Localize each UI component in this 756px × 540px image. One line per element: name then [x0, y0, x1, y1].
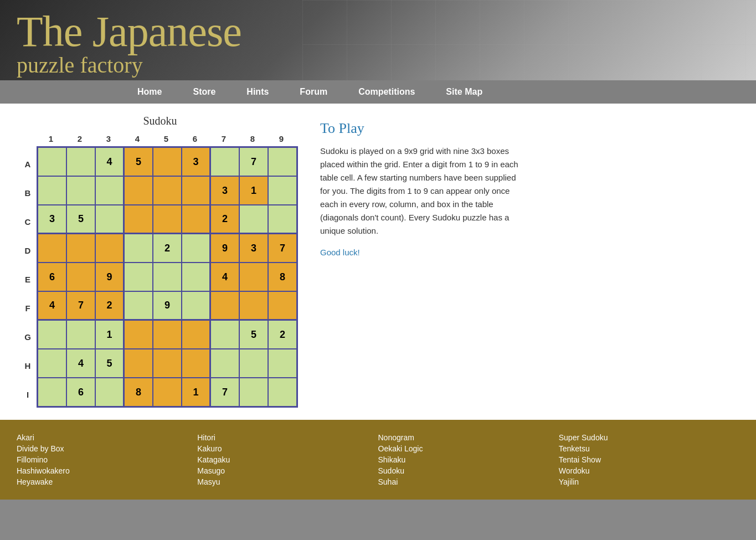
- cell-r1-c2[interactable]: [66, 147, 95, 176]
- cell-r1-c5[interactable]: [153, 147, 182, 176]
- cell-r6-c4[interactable]: [124, 291, 153, 320]
- cell-r5-c7[interactable]: 4: [210, 263, 239, 291]
- cell-r9-c6[interactable]: 1: [182, 378, 210, 407]
- cell-r3-c7[interactable]: 2: [210, 205, 239, 234]
- nav-item-hints[interactable]: Hints: [231, 80, 284, 104]
- cell-r9-c8[interactable]: [239, 378, 268, 407]
- cell-r7-c1[interactable]: [38, 320, 66, 349]
- cell-r6-c2[interactable]: 7: [66, 291, 95, 320]
- cell-r9-c9[interactable]: [268, 378, 297, 407]
- cell-r2-c7[interactable]: 3: [210, 176, 239, 205]
- footer-link-masyu[interactable]: Masyu: [197, 477, 378, 486]
- cell-r5-c5[interactable]: [153, 263, 182, 291]
- nav-item-site-map[interactable]: Site Map: [430, 80, 498, 104]
- footer-link-heyawake[interactable]: Heyawake: [17, 477, 197, 486]
- cell-r4-c2[interactable]: [66, 234, 95, 263]
- cell-r9-c2[interactable]: 6: [66, 378, 95, 407]
- cell-r5-c8[interactable]: [239, 263, 268, 291]
- footer-link-tentai-show[interactable]: Tentai Show: [559, 455, 739, 464]
- cell-r3-c6[interactable]: [182, 205, 210, 234]
- cell-r4-c6[interactable]: [182, 234, 210, 263]
- nav-item-home[interactable]: Home: [122, 80, 177, 104]
- cell-r8-c5[interactable]: [153, 349, 182, 378]
- cell-r6-c8[interactable]: [239, 291, 268, 320]
- footer-link-suhai[interactable]: Suhai: [378, 477, 559, 486]
- cell-r2-c4[interactable]: [124, 176, 153, 205]
- cell-r2-c6[interactable]: [182, 176, 210, 205]
- cell-r1-c9[interactable]: [268, 147, 297, 176]
- cell-r1-c7[interactable]: [210, 147, 239, 176]
- cell-r6-c5[interactable]: 9: [153, 291, 182, 320]
- cell-r1-c8[interactable]: 7: [239, 147, 268, 176]
- footer-link-fillomino[interactable]: Fillomino: [17, 455, 197, 464]
- cell-r6-c9[interactable]: [268, 291, 297, 320]
- footer-link-wordoku[interactable]: Wordoku: [559, 466, 739, 475]
- cell-r4-c4[interactable]: [124, 234, 153, 263]
- footer-link-hitori[interactable]: Hitori: [197, 433, 378, 442]
- cell-r7-c7[interactable]: [210, 320, 239, 349]
- cell-r4-c8[interactable]: 3: [239, 234, 268, 263]
- cell-r7-c4[interactable]: [124, 320, 153, 349]
- cell-r5-c3[interactable]: 9: [95, 263, 124, 291]
- cell-r8-c2[interactable]: 4: [66, 349, 95, 378]
- cell-r9-c7[interactable]: 7: [210, 378, 239, 407]
- cell-r8-c4[interactable]: [124, 349, 153, 378]
- cell-r2-c5[interactable]: [153, 176, 182, 205]
- cell-r6-c1[interactable]: 4: [38, 291, 66, 320]
- cell-r7-c9[interactable]: 2: [268, 320, 297, 349]
- cell-r4-c7[interactable]: 9: [210, 234, 239, 263]
- cell-r1-c6[interactable]: 3: [182, 147, 210, 176]
- cell-r8-c3[interactable]: 5: [95, 349, 124, 378]
- cell-r6-c6[interactable]: [182, 291, 210, 320]
- cell-r9-c1[interactable]: [38, 378, 66, 407]
- cell-r7-c8[interactable]: 5: [239, 320, 268, 349]
- cell-r9-c3[interactable]: [95, 378, 124, 407]
- cell-r1-c4[interactable]: 5: [124, 147, 153, 176]
- nav-item-forum[interactable]: Forum: [284, 80, 343, 104]
- cell-r1-c3[interactable]: 4: [95, 147, 124, 176]
- cell-r7-c3[interactable]: 1: [95, 320, 124, 349]
- footer-link-nonogram[interactable]: Nonogram: [378, 433, 559, 442]
- cell-r7-c2[interactable]: [66, 320, 95, 349]
- cell-r3-c2[interactable]: 5: [66, 205, 95, 234]
- cell-r3-c9[interactable]: [268, 205, 297, 234]
- cell-r4-c5[interactable]: 2: [153, 234, 182, 263]
- cell-r2-c3[interactable]: [95, 176, 124, 205]
- footer-link-kakuro[interactable]: Kakuro: [197, 444, 378, 453]
- footer-link-akari[interactable]: Akari: [17, 433, 197, 442]
- cell-r3-c1[interactable]: 3: [38, 205, 66, 234]
- cell-r4-c1[interactable]: [38, 234, 66, 263]
- cell-r7-c5[interactable]: [153, 320, 182, 349]
- footer-link-oekaki-logic[interactable]: Oekaki Logic: [378, 444, 559, 453]
- cell-r7-c6[interactable]: [182, 320, 210, 349]
- cell-r8-c7[interactable]: [210, 349, 239, 378]
- cell-r3-c5[interactable]: [153, 205, 182, 234]
- footer-link-sudoku[interactable]: Sudoku: [378, 466, 559, 475]
- cell-r5-c1[interactable]: 6: [38, 263, 66, 291]
- nav-item-store[interactable]: Store: [177, 80, 231, 104]
- cell-r8-c6[interactable]: [182, 349, 210, 378]
- cell-r3-c8[interactable]: [239, 205, 268, 234]
- cell-r9-c4[interactable]: 8: [124, 378, 153, 407]
- footer-link-tenketsu[interactable]: Tenketsu: [559, 444, 739, 453]
- cell-r2-c1[interactable]: [38, 176, 66, 205]
- footer-link-masugo[interactable]: Masugo: [197, 466, 378, 475]
- sudoku-grid[interactable]: 453731352293769484729152456817: [37, 146, 298, 408]
- nav-item-competitions[interactable]: Competitions: [343, 80, 430, 104]
- footer-link-super-sudoku[interactable]: Super Sudoku: [559, 433, 739, 442]
- footer-link-yajilin[interactable]: Yajilin: [559, 477, 739, 486]
- cell-r8-c1[interactable]: [38, 349, 66, 378]
- cell-r6-c7[interactable]: [210, 291, 239, 320]
- cell-r8-c9[interactable]: [268, 349, 297, 378]
- cell-r4-c3[interactable]: [95, 234, 124, 263]
- cell-r5-c6[interactable]: [182, 263, 210, 291]
- cell-r4-c9[interactable]: 7: [268, 234, 297, 263]
- cell-r5-c9[interactable]: 8: [268, 263, 297, 291]
- cell-r3-c4[interactable]: [124, 205, 153, 234]
- cell-r3-c3[interactable]: [95, 205, 124, 234]
- cell-r2-c2[interactable]: [66, 176, 95, 205]
- cell-r5-c2[interactable]: [66, 263, 95, 291]
- footer-link-katagaku[interactable]: Katagaku: [197, 455, 378, 464]
- cell-r2-c8[interactable]: 1: [239, 176, 268, 205]
- footer-link-shikaku[interactable]: Shikaku: [378, 455, 559, 464]
